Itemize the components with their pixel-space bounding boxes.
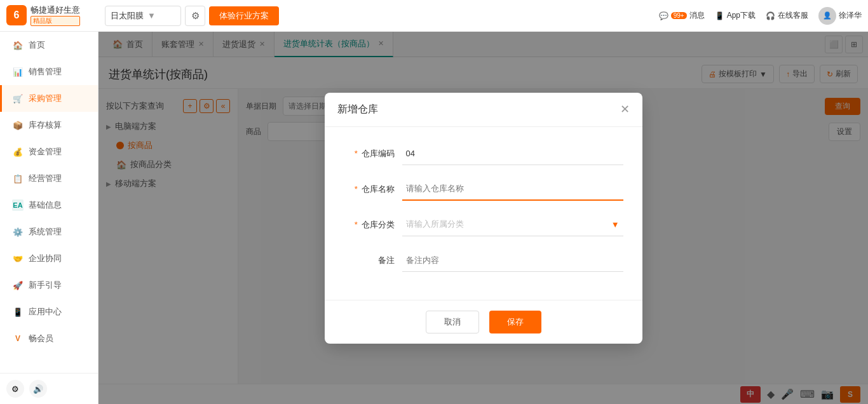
online-service-nav-item[interactable]: 🎧 在线客服 <box>766 10 808 21</box>
message-badge: 99+ <box>671 12 687 19</box>
dialog-body: * 仓库编码 * 仓库名称 * 仓库分类 请输入所属 <box>325 127 642 300</box>
home-icon: 🏠 <box>12 39 24 51</box>
sidebar-item-vip[interactable]: V 畅会员 <box>0 325 98 352</box>
headset-icon: 🎧 <box>766 11 775 20</box>
sidebar-label-purchase: 采购管理 <box>29 93 62 104</box>
sidebar-bottom: ⚙ 🔊 <box>0 373 98 404</box>
dialog-footer: 取消 保存 <box>325 300 642 344</box>
sidebar-item-inventory[interactable]: 📦 库存核算 <box>0 112 98 138</box>
note-input[interactable] <box>402 249 623 272</box>
brand-sub: 精品版 <box>31 16 80 26</box>
sidebar-item-newbie[interactable]: 🚀 新手引导 <box>0 272 98 299</box>
category-dropdown-icon: ▼ <box>611 220 620 229</box>
sidebar-volume-btn[interactable]: 🔊 <box>29 380 47 398</box>
logo-icon: 6 <box>6 5 27 25</box>
sidebar-item-basic-info[interactable]: EA 基础信息 <box>0 192 98 219</box>
code-input[interactable] <box>402 142 623 165</box>
top-nav-right: 💬 99+ 消息 📱 App下载 🎧 在线客服 👤 徐泽华 <box>659 7 862 25</box>
sidebar-label-finance: 资金管理 <box>29 146 62 158</box>
sidebar-item-sales[interactable]: 📊 销售管理 <box>0 58 98 85</box>
sidebar-label-app-center: 应用中心 <box>29 306 62 318</box>
category-select[interactable]: 请输入所属分类 ▼ <box>402 213 623 236</box>
name-input[interactable] <box>402 178 623 201</box>
purchase-icon: 🛒 <box>12 93 24 104</box>
search-select[interactable]: 日太阳膜 ▼ <box>105 6 181 26</box>
category-label: * 仓库分类 <box>344 219 395 231</box>
system-icon: ⚙️ <box>12 226 24 238</box>
message-nav-item[interactable]: 💬 99+ 消息 <box>659 10 705 21</box>
sales-icon: 📊 <box>12 66 24 77</box>
sidebar-label-sales: 销售管理 <box>29 66 62 77</box>
dialog-header: 新增仓库 ✕ <box>325 93 642 127</box>
brand-name: 畅捷通好生意 <box>31 5 80 16</box>
search-area: 日太阳膜 ▼ ⚙ 体验行业方案 <box>105 6 308 26</box>
note-form-row: 备注 <box>344 249 623 272</box>
name-form-row: * 仓库名称 <box>344 178 623 201</box>
app-icon: 📱 <box>715 11 724 20</box>
dialog-close-icon[interactable]: ✕ <box>620 104 630 115</box>
search-select-value: 日太阳膜 <box>111 10 144 22</box>
enterprise-icon: 🤝 <box>12 253 24 264</box>
username-label: 徐泽华 <box>839 10 862 21</box>
sidebar-label-newbie: 新手引导 <box>29 279 62 291</box>
basic-info-icon: EA <box>12 199 24 211</box>
gear-button[interactable]: ⚙ <box>185 6 205 26</box>
online-service-label: 在线客服 <box>778 10 808 21</box>
message-label: 消息 <box>689 10 705 21</box>
logo-area: 6 畅捷通好生意 精品版 <box>6 5 105 26</box>
code-required-mark: * <box>355 149 358 158</box>
cancel-button[interactable]: 取消 <box>426 311 479 333</box>
dialog-title: 新增仓库 <box>337 103 378 116</box>
name-required-mark: * <box>355 184 358 194</box>
sidebar-item-management[interactable]: 📋 经营管理 <box>0 165 98 192</box>
app-download-label: App下载 <box>727 10 756 21</box>
sidebar-settings-btn[interactable]: ⚙ <box>6 380 24 398</box>
new-warehouse-dialog: 新增仓库 ✕ * 仓库编码 * 仓库名称 <box>325 93 642 344</box>
sidebar-label-system: 系统管理 <box>29 226 62 238</box>
sidebar-item-enterprise[interactable]: 🤝 企业协同 <box>0 245 98 272</box>
sidebar-item-system[interactable]: ⚙️ 系统管理 <box>0 219 98 245</box>
category-placeholder: 请输入所属分类 <box>406 219 464 230</box>
trial-button[interactable]: 体验行业方案 <box>209 6 279 25</box>
sidebar-label-basic-info: 基础信息 <box>29 199 62 211</box>
note-label: 备注 <box>344 255 395 266</box>
search-select-arrow-icon: ▼ <box>147 11 156 20</box>
name-label: * 仓库名称 <box>344 184 395 195</box>
management-icon: 📋 <box>12 173 24 184</box>
message-icon: 💬 <box>659 11 668 20</box>
user-nav-item[interactable]: 👤 徐泽华 <box>818 7 862 25</box>
sidebar-label-enterprise: 企业协同 <box>29 253 62 264</box>
newbie-icon: 🚀 <box>12 279 24 291</box>
app-download-nav-item[interactable]: 📱 App下载 <box>715 10 756 21</box>
sidebar-item-purchase[interactable]: 🛒 采购管理 <box>0 85 98 112</box>
category-form-row: * 仓库分类 请输入所属分类 ▼ <box>344 213 623 236</box>
code-label: * 仓库编码 <box>344 148 395 159</box>
sidebar-label-home: 首页 <box>29 39 45 51</box>
save-button[interactable]: 保存 <box>489 311 541 333</box>
sidebar-item-home[interactable]: 🏠 首页 <box>0 32 98 58</box>
code-form-row: * 仓库编码 <box>344 142 623 165</box>
top-navbar: 6 畅捷通好生意 精品版 日太阳膜 ▼ ⚙ 体验行业方案 💬 99+ 消息 📱 … <box>0 0 868 32</box>
finance-icon: 💰 <box>12 146 24 158</box>
sidebar: 🏠 首页 📊 销售管理 🛒 采购管理 📦 库存核算 💰 资金管理 📋 经营管理 … <box>0 32 98 404</box>
category-required-mark: * <box>355 220 358 229</box>
sidebar-label-management: 经营管理 <box>29 173 62 184</box>
vip-icon: V <box>12 333 24 344</box>
modal-overlay: 新增仓库 ✕ * 仓库编码 * 仓库名称 <box>98 32 868 404</box>
inventory-icon: 📦 <box>12 119 24 131</box>
sidebar-label-inventory: 库存核算 <box>29 119 62 131</box>
avatar: 👤 <box>818 7 836 25</box>
sidebar-label-vip: 畅会员 <box>29 333 53 344</box>
app-center-icon: 📱 <box>12 306 24 318</box>
sidebar-item-finance[interactable]: 💰 资金管理 <box>0 138 98 165</box>
sidebar-item-app-center[interactable]: 📱 应用中心 <box>0 299 98 325</box>
